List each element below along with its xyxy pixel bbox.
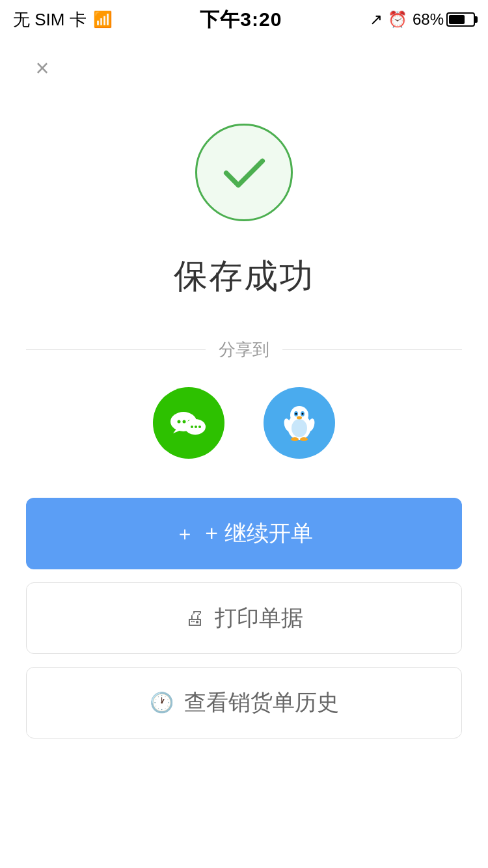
print-label: 打印单据 [215, 603, 303, 633]
continue-label: + 继续开单 [205, 519, 312, 549]
print-icon: 🖨 [185, 608, 204, 628]
svg-point-19 [300, 437, 308, 441]
svg-point-15 [302, 413, 304, 414]
battery-container: 68% [413, 10, 475, 29]
status-left: 无 SIM 卡 📶 [13, 8, 113, 31]
svg-point-7 [195, 426, 197, 428]
svg-point-16 [297, 416, 302, 419]
svg-point-18 [291, 437, 299, 441]
action-buttons: ＋ + 继续开单 🖨 打印单据 🕐 查看销货单历史 [26, 498, 462, 739]
share-section: 分享到 [26, 338, 462, 459]
plus-icon: ＋ [175, 524, 195, 543]
qq-icon [280, 402, 319, 444]
success-title: 保存成功 [174, 254, 314, 299]
history-button[interactable]: 🕐 查看销货单历史 [26, 667, 462, 739]
close-button-container: × [26, 52, 462, 85]
main-content: × 保存成功 分享到 [0, 39, 488, 765]
svg-point-3 [182, 420, 185, 423]
battery-percent: 68% [413, 10, 444, 29]
success-icon-circle [195, 124, 293, 221]
share-icons [26, 387, 462, 459]
continue-button[interactable]: ＋ + 继续开单 [26, 498, 462, 569]
svg-point-8 [198, 426, 201, 428]
history-label: 查看销货单历史 [184, 688, 339, 718]
location-icon: ↗ [370, 10, 383, 29]
status-bar: 无 SIM 卡 📶 下午3:20 ↗ ⏰ 68% [0, 0, 488, 39]
print-button[interactable]: 🖨 打印单据 [26, 582, 462, 654]
svg-point-14 [295, 413, 297, 414]
share-divider: 分享到 [26, 338, 462, 361]
svg-point-6 [191, 426, 193, 428]
qq-share-button[interactable] [264, 387, 335, 459]
battery-icon [446, 12, 475, 27]
divider-left [26, 349, 206, 350]
status-time: 下午3:20 [200, 7, 282, 33]
divider-right [282, 349, 462, 350]
svg-point-2 [177, 420, 180, 423]
svg-point-17 [291, 419, 307, 437]
wechat-icon [168, 402, 210, 444]
alarm-icon: ⏰ [388, 10, 407, 29]
clock-icon: 🕐 [150, 693, 174, 712]
wechat-share-button[interactable] [153, 387, 224, 459]
status-right: ↗ ⏰ 68% [370, 10, 475, 29]
wifi-icon: 📶 [93, 10, 113, 29]
close-button[interactable]: × [26, 52, 59, 85]
share-label: 分享到 [219, 338, 269, 361]
battery-fill [449, 15, 465, 24]
sim-label: 无 SIM 卡 [13, 8, 87, 31]
checkmark-icon [223, 152, 265, 194]
